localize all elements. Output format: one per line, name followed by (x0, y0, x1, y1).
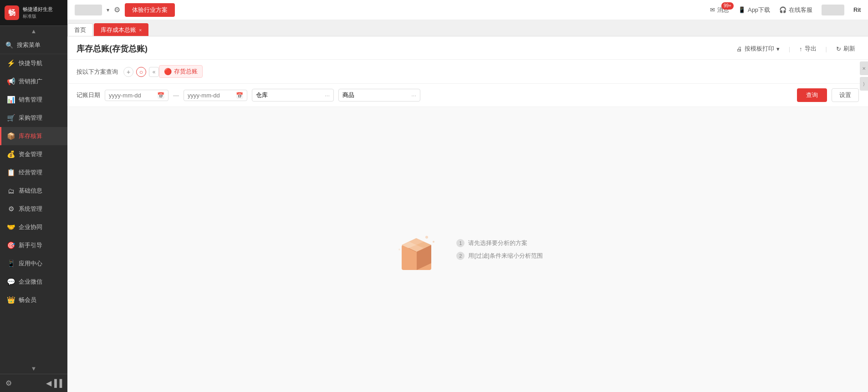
sidebar-item-app-center[interactable]: 📱 应用中心 (0, 255, 67, 273)
filter-settings-btn[interactable]: 设置 (832, 88, 859, 102)
scroll-up-btn[interactable]: ▲ (0, 26, 67, 36)
export-label: 导出 (805, 45, 817, 53)
warehouse-filter-field[interactable]: 仓库 ··· (252, 89, 334, 102)
filter-scheme-label: 按以下方案查询 (77, 65, 118, 76)
hint-num-1: 1 (456, 239, 465, 247)
sidebar-item-system[interactable]: ⚙ 系统管理 (0, 200, 67, 218)
page-title: 库存总账(存货总账) (77, 43, 148, 54)
page-header-actions: 🖨 按模板打印 ▾ | ↑ 导出 | ↻ 刷新 (733, 43, 859, 55)
purchase-icon: 🛒 (7, 114, 15, 122)
vip-icon: 👑 (7, 296, 15, 304)
refresh-btn[interactable]: ↻ 刷新 (832, 43, 859, 55)
calendar-end-icon[interactable]: 📅 (236, 92, 243, 99)
sidebar-item-newbie[interactable]: 🎯 新手引导 (0, 236, 67, 255)
filter-add-btn[interactable]: + (123, 67, 133, 77)
sidebar-item-sales[interactable]: 📊 销售管理 (0, 91, 67, 109)
sidebar-item-purchase[interactable]: 🛒 采购管理 (0, 109, 67, 127)
filter-collapse-btn[interactable]: « (149, 67, 159, 77)
warehouse-label: 仓库 (256, 91, 268, 99)
newbie-icon: 🎯 (7, 241, 15, 249)
system-icon: ⚙ (7, 205, 15, 213)
empty-state-content: 1 请先选择要分析的方案 2 用[过滤]条件来缩小分析范围 (393, 224, 542, 275)
sidebar-item-quick-nav[interactable]: ⚡ 快捷导航 (0, 54, 67, 72)
scheme-item[interactable]: 🔴 存货总账 (159, 65, 203, 78)
product-more-icon[interactable]: ··· (411, 92, 416, 99)
settings-gear-icon[interactable]: ⚙ (5, 379, 12, 387)
svg-point-6 (425, 236, 428, 239)
print-btn[interactable]: 🖨 按模板打印 ▾ (733, 43, 783, 55)
product-label: 商品 (342, 91, 354, 99)
search-btn[interactable]: 查询 (797, 88, 827, 102)
sidebar-item-wechat[interactable]: 💬 企业微信 (0, 273, 67, 291)
sidebar-nav: ⚡ 快捷导航 📢 营销推广 📊 销售管理 🛒 采购管理 📦 库存核算 💰 资金管… (0, 54, 67, 363)
empty-illustration (393, 224, 443, 275)
refresh-icon: ↻ (836, 46, 841, 52)
tab-home-label: 首页 (74, 26, 86, 34)
header-user-avatar (822, 5, 844, 15)
app-center-icon: 📱 (7, 260, 15, 268)
sidebar-item-vip[interactable]: 👑 畅会员 (0, 291, 67, 309)
empty-hint-1: 1 请先选择要分析的方案 (456, 239, 542, 247)
sidebar-label-inventory: 库存核算 (19, 132, 42, 140)
online-support-label: 在线客服 (789, 6, 812, 14)
industry-btn[interactable]: 体验行业方案 (125, 3, 175, 17)
date-start-input[interactable] (109, 92, 154, 99)
logo-subtitle: 标准版 (23, 13, 53, 20)
message-btn[interactable]: ✉ 消息 99+ (710, 6, 729, 14)
empty-state: 1 请先选择要分析的方案 2 用[过滤]条件来缩小分析范围 (67, 107, 868, 392)
page-content: 库存总账(存货总账) 🖨 按模板打印 ▾ | ↑ 导出 | ↻ 刷新 (67, 36, 868, 392)
svg-point-7 (433, 241, 434, 243)
export-btn[interactable]: ↑ 导出 (796, 43, 820, 55)
filter-remove-btn[interactable]: ○ (136, 67, 146, 77)
panel-expand-btn[interactable]: ⟩ (860, 77, 868, 91)
header-user-name: Rit (853, 6, 861, 13)
sidebar-item-finance[interactable]: 💰 资金管理 (0, 145, 67, 163)
side-panel-btns: ✕ ⟩ (860, 61, 868, 91)
sidebar-label-wechat: 企业微信 (19, 278, 42, 286)
date-filter-row: 记账日期 📅 — 📅 仓库 ··· 商品 ··· 查询 设置 (67, 84, 868, 107)
product-filter-field[interactable]: 商品 ··· (338, 89, 420, 102)
sidebar-label-basics: 基础信息 (19, 187, 42, 195)
app-download-btn[interactable]: 📱 App下载 (738, 6, 770, 14)
page-header: 库存总账(存货总账) 🖨 按模板打印 ▾ | ↑ 导出 | ↻ 刷新 (67, 36, 868, 60)
print-dropdown-icon[interactable]: ▾ (776, 46, 780, 52)
empty-hint-2: 2 用[过滤]条件来缩小分析范围 (456, 252, 542, 260)
warehouse-more-icon[interactable]: ··· (325, 92, 330, 99)
date-start-input-wrapper: 📅 (105, 90, 168, 101)
date-end-input-wrapper: 📅 (184, 90, 247, 101)
header-right: ✉ 消息 99+ 📱 App下载 🎧 在线客服 Rit (710, 5, 861, 15)
phone-icon: 📱 (738, 6, 745, 13)
date-label: 记账日期 (77, 91, 100, 99)
header-dropdown-arrow[interactable]: ▾ (107, 7, 109, 13)
scheme-icon: 🔴 (164, 68, 172, 75)
tab-inventory-ledger[interactable]: 库存成本总账 × (94, 23, 148, 36)
wechat-icon: 💬 (7, 278, 15, 286)
filter-add-btns: + ○ « (123, 65, 159, 77)
sidebar-label-cooperation: 企业协同 (19, 223, 42, 231)
sidebar-item-operation[interactable]: 📋 经营管理 (0, 163, 67, 182)
tab-home[interactable]: 首页 (67, 23, 93, 36)
tab-bar: 首页 库存成本总账 × (67, 20, 868, 36)
header-gear-icon[interactable]: ⚙ (114, 5, 120, 14)
sidebar-item-marketing[interactable]: 📢 营销推广 (0, 72, 67, 91)
main-area: ▾ ⚙ 体验行业方案 ✉ 消息 99+ 📱 App下载 🎧 在线客服 Rit (67, 0, 868, 392)
date-end-input[interactable] (188, 92, 233, 99)
sidebar-label-purchase: 采购管理 (19, 114, 42, 122)
quick-nav-icon: ⚡ (7, 59, 15, 67)
sidebar-item-cooperation[interactable]: 🤝 企业协同 (0, 218, 67, 236)
panel-close-btn[interactable]: ✕ (860, 61, 868, 75)
hint-text-2: 用[过滤]条件来缩小分析范围 (468, 252, 542, 260)
tab-close-icon[interactable]: × (139, 27, 142, 33)
scroll-down-btn[interactable]: ▼ (0, 363, 67, 374)
header-left: ▾ ⚙ 体验行业方案 (75, 3, 175, 17)
sidebar-label-quick-nav: 快捷导航 (19, 59, 42, 67)
calendar-start-icon[interactable]: 📅 (157, 92, 164, 99)
sidebar-item-inventory[interactable]: 📦 库存核算 (0, 127, 67, 145)
online-support-btn[interactable]: 🎧 在线客服 (779, 6, 812, 14)
filter-section: 按以下方案查询 + ○ « 🔴 存货总账 (67, 60, 868, 84)
search-menu-item[interactable]: 🔍 搜索菜单 (0, 36, 67, 54)
search-menu-label: 搜索菜单 (17, 41, 41, 49)
sidebar-label-sales: 销售管理 (19, 96, 42, 104)
sidebar-item-basics[interactable]: 🗂 基础信息 (0, 182, 67, 200)
audio-icon[interactable]: ◀▐▐ (46, 379, 62, 387)
